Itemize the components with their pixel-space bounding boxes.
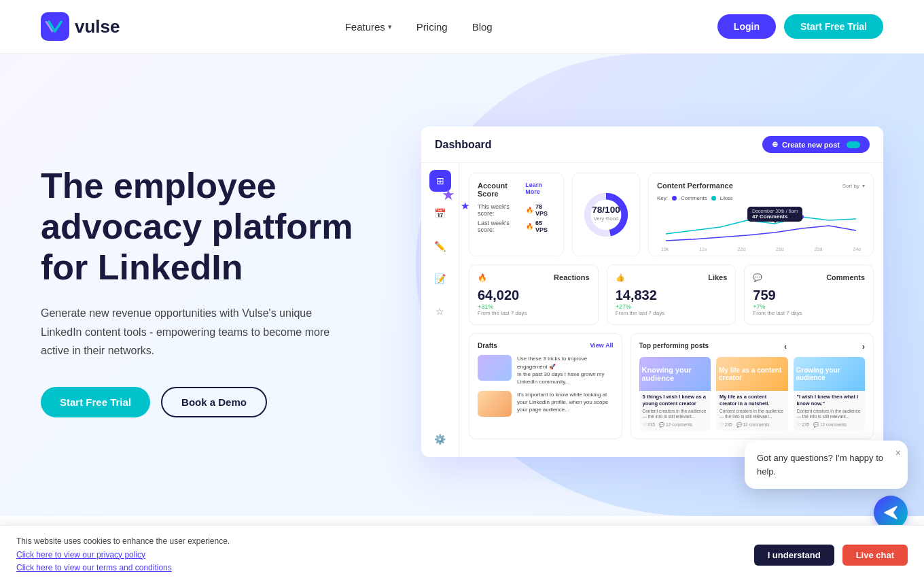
hero-dashboard: Dashboard ⊕ Create new post ⊞ 📅 ✏️ 📝 ☆ ⚙… [380, 126, 884, 456]
chat-icon-area [745, 496, 908, 516]
chat-widget: × Got any questions? I'm happy to help. [745, 441, 908, 516]
comments-card: 💬 Comments 759 +7% From the last 7 days [744, 264, 874, 325]
likes-value: 14,832 [616, 288, 728, 303]
hero-title: The employee advocacy platform for Linke… [41, 166, 353, 288]
hero-content: The employee advocacy platform for Linke… [41, 166, 353, 417]
toggle-icon [847, 141, 860, 148]
dashboard-mockup: Dashboard ⊕ Create new post ⊞ 📅 ✏️ 📝 ☆ ⚙… [421, 126, 883, 456]
heart-icon-2: ♡ 235 [719, 422, 732, 428]
post-item-3: Growing your audience "I wish I knew the… [794, 357, 866, 430]
sort-by[interactable]: Sort by ▾ [842, 182, 865, 190]
draft-item-2: It's important to know while looking at … [478, 391, 614, 417]
logo[interactable]: vulse [41, 12, 120, 41]
sort-chevron-icon: ▾ [862, 183, 865, 189]
chat-avatar-button[interactable] [874, 496, 908, 516]
post-image-2: My life as a content creator [716, 357, 788, 391]
post-title-2: My life as a content creator in a nutshe… [719, 394, 785, 407]
this-week-value: 🔥 78 VPS [526, 203, 555, 217]
chat-close-button[interactable]: × [895, 446, 901, 460]
logo-icon [41, 12, 69, 41]
nav-pricing[interactable]: Pricing [416, 21, 448, 33]
drafts-card: Drafts View All Use these 3 tricks to im… [469, 333, 622, 439]
dashboard-title: Dashboard [435, 139, 492, 151]
login-button[interactable]: Login [717, 14, 776, 39]
post-image-3: Growing your audience [794, 357, 866, 391]
prev-icon[interactable]: ‹ [784, 342, 787, 351]
reactions-period: From the last 7 days [478, 310, 590, 316]
nav-blog[interactable]: Blog [472, 21, 493, 33]
post-item-1: Knowing your audience 5 things I wish I … [639, 357, 711, 430]
sidebar-schedule-icon[interactable]: 📅 [429, 203, 451, 224]
dashboard-sidebar: ⊞ 📅 ✏️ 📝 ☆ ⚙️ [421, 163, 459, 456]
hero-start-trial-button[interactable]: Start Free Trial [41, 387, 150, 417]
comment-icon: 💬 [753, 273, 762, 282]
star-decoration-1: ★ [442, 186, 455, 204]
last-week-score: Last week's score: 🔥 65 VPS [478, 220, 555, 233]
post-snippet-1: Content creators in the audience — the i… [643, 409, 708, 420]
donut-value: 78/100 [592, 205, 620, 215]
account-score-title: Account Score Learn More [478, 182, 555, 198]
chat-message: Got any questions? I'm happy to help. [757, 453, 883, 477]
comments-change: +7% [753, 303, 865, 310]
drafts-view-all[interactable]: View All [590, 342, 613, 349]
fire-icon-reactions: 🔥 [478, 273, 487, 282]
sidebar-edit-icon[interactable]: ✏️ [429, 235, 451, 257]
dashboard-header: Dashboard ⊕ Create new post [421, 126, 883, 163]
top-posts-header: Top performing posts ‹ › [639, 342, 866, 351]
sidebar-star-icon[interactable]: ☆ [429, 300, 451, 322]
dashboard-content: Account Score Learn More This week's sco… [459, 163, 883, 456]
navbar: vulse Features ▾ Pricing Blog Login Star… [0, 0, 924, 54]
dashboard-row-3: Drafts View All Use these 3 tricks to im… [469, 333, 874, 439]
nav-actions: Login Start Free Trial [717, 14, 883, 39]
posts-grid: Knowing your audience 5 things I wish I … [639, 357, 866, 430]
hero-book-demo-button[interactable]: Book a Demo [161, 387, 267, 417]
plus-icon: ⊕ [772, 140, 778, 149]
chat-send-icon [882, 504, 900, 516]
comments-legend-label: Comments [681, 195, 707, 201]
draft-text-1: Use these 3 tricks to improve engagement… [517, 355, 614, 385]
nav-start-trial-button[interactable]: Start Free Trial [784, 14, 883, 39]
nav-links: Features ▾ Pricing Blog [345, 21, 493, 33]
draft-item-1: Use these 3 tricks to improve engagement… [478, 355, 614, 385]
post-stats-3: ♡ 235 💬 12 comments [797, 422, 862, 428]
logo-text: vulse [75, 16, 120, 37]
sidebar-settings-icon[interactable]: ⚙️ [429, 428, 451, 450]
post-image-1: Knowing your audience [639, 357, 711, 391]
post-title-1: 5 things I wish I knew as a young conten… [643, 394, 708, 407]
hero-subtitle: Generate new revenue opportunities with … [41, 304, 333, 360]
post-snippet-3: Content creators in the audience — the i… [797, 409, 862, 420]
draft-text-2: It's important to know while looking at … [517, 391, 614, 414]
post-stats-1: ♡ 235 💬 12 comments [643, 422, 708, 428]
this-week-score: This week's score: 🔥 78 VPS [478, 203, 555, 217]
fire-icon: 🔥 [526, 207, 533, 213]
reactions-change: +31% [478, 303, 590, 310]
donut-sub-label: Very Good [594, 216, 619, 222]
svg-rect-0 [41, 12, 69, 41]
comment-count-2: 💬 12 comments [736, 422, 770, 428]
content-performance-card: Content Performance Sort by ▾ Key: Comme… [648, 173, 874, 256]
chart-tooltip: December 30th / 6am 47 Comments [747, 207, 802, 222]
draft-image-2 [478, 391, 512, 417]
performance-chart: December 30th / 6am 47 Comments [657, 207, 865, 247]
sidebar-posts-icon[interactable]: 📝 [429, 268, 451, 290]
create-post-button[interactable]: ⊕ Create new post [762, 136, 870, 153]
reactions-card: 🔥 Reactions 64,020 +31% From the last 7 … [469, 264, 599, 325]
account-score-learn[interactable]: Learn More [525, 182, 555, 198]
comments-legend-dot [672, 196, 677, 201]
content-performance-title: Content Performance Sort by ▾ [657, 182, 865, 190]
next-icon[interactable]: › [862, 342, 865, 351]
likes-legend-label: Likes [720, 195, 733, 201]
heart-icon: ♡ 235 [643, 422, 656, 428]
dashboard-row-2: 🔥 Reactions 64,020 +31% From the last 7 … [469, 264, 874, 325]
chart-x-axis: 19k 11v 22d 21d 23d 24d [657, 247, 865, 252]
heart-icon-3: ♡ 235 [797, 422, 810, 428]
chart-legend: Key: Comments Likes [657, 195, 865, 201]
comment-count-3: 💬 12 comments [813, 422, 847, 428]
chat-bubble: × Got any questions? I'm happy to help. [745, 441, 908, 489]
last-week-value: 🔥 65 VPS [526, 220, 555, 233]
nav-features[interactable]: Features ▾ [345, 21, 392, 33]
draft-image-1 [478, 355, 512, 381]
likes-change: +27% [616, 303, 728, 310]
post-title-3: "I wish I knew then what I know now." [797, 394, 862, 407]
post-stats-2: ♡ 235 💬 12 comments [719, 422, 785, 428]
